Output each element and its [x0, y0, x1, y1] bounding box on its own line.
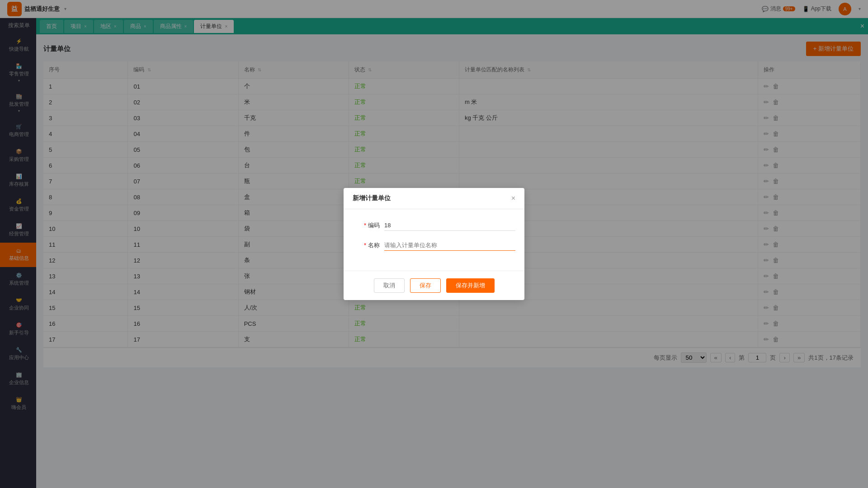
form-row-code: *编码 — [353, 220, 515, 231]
add-measure-unit-modal: 新增计量单位 × *编码 *名称 取消 保存 保存并新增 — [344, 188, 524, 300]
save-button[interactable]: 保存 — [410, 278, 441, 293]
modal-overlay: 新增计量单位 × *编码 *名称 取消 保存 保存并新增 — [0, 0, 868, 488]
modal-title: 新增计量单位 — [353, 194, 391, 202]
cancel-button[interactable]: 取消 — [374, 278, 405, 293]
name-input[interactable] — [384, 240, 515, 251]
save-add-button[interactable]: 保存并新增 — [446, 278, 495, 293]
modal-header: 新增计量单位 × — [344, 188, 524, 209]
modal-footer: 取消 保存 保存并新增 — [344, 271, 524, 300]
modal-body: *编码 *名称 — [344, 209, 524, 271]
code-input[interactable] — [384, 220, 515, 231]
code-required-mark: * — [364, 222, 366, 229]
code-field-label: *编码 — [353, 221, 380, 230]
form-row-name: *名称 — [353, 240, 515, 251]
name-field-label: *名称 — [353, 241, 380, 249]
modal-close-button[interactable]: × — [511, 194, 515, 202]
name-required-mark: * — [364, 242, 366, 249]
